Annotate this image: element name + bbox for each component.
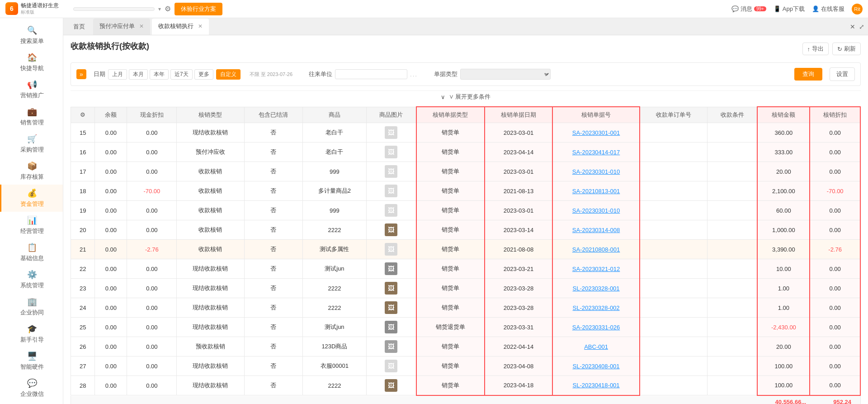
bill-no-link[interactable]: SL-20230408-001 [572, 363, 619, 370]
cell-collection-condition [708, 123, 758, 143]
cell-balance: 0.00 [95, 318, 127, 337]
bill-no-link[interactable]: SA-20210813-001 [572, 188, 620, 195]
sidebar-item-sys-mgmt[interactable]: ⚙️系统管理 [0, 266, 63, 293]
tab-home[interactable]: 首页 [67, 19, 91, 34]
query-button[interactable]: 查询 [794, 68, 822, 81]
cell-bill-no[interactable]: SA-20230301-010 [552, 201, 639, 220]
sidebar-item-enterprise-wx[interactable]: 💬企业微信 [0, 375, 63, 402]
gear-icon[interactable]: ⚙ [165, 5, 171, 13]
sidebar-item-newbie[interactable]: 🎓新手引导 [0, 320, 63, 347]
bill-type-filter-select[interactable] [460, 69, 551, 80]
bill-no-link[interactable]: SL-20230328-001 [572, 285, 619, 292]
app-download-button[interactable]: 📱 App下载 [774, 5, 805, 13]
bill-no-link[interactable]: SA-20230301-001 [572, 129, 620, 136]
expand-conditions-button[interactable]: ∨ ∨ 展开更多条件 [71, 90, 861, 103]
bill-no-link[interactable]: SA-20210808-001 [572, 246, 620, 253]
bill-no-link[interactable]: SA-20230301-010 [572, 168, 620, 175]
bill-no-link[interactable]: SA-20230301-010 [572, 207, 620, 214]
cell-bill-no[interactable]: SL-20230408-001 [552, 356, 639, 376]
cell-goods: 2222 [303, 220, 367, 240]
date-btn-上月[interactable]: 上月 [108, 69, 127, 80]
sidebar-item-purchase-mgmt[interactable]: 🛒采购管理 [0, 130, 63, 157]
tab-close-collection[interactable]: ✕ [198, 23, 203, 29]
sidebar-item-search-menu[interactable]: 🔍搜索菜单 [0, 22, 63, 49]
sidebar-item-sales-mgmt[interactable]: 💼销售管理 [0, 103, 63, 130]
sidebar-item-biz-mgmt[interactable]: 📊经营管理 [0, 212, 63, 239]
cell-bill-no[interactable]: SL-20230328-001 [552, 279, 639, 298]
cell-include-settled: 否 [244, 318, 303, 337]
cell-verify-type: 收款核销 [177, 220, 244, 240]
setting-button[interactable]: 设置 [830, 67, 855, 81]
cell-goods-img: 🖼 [366, 376, 416, 395]
cell-goods: 2222 [303, 279, 367, 298]
tab-close-prepay[interactable]: ✕ [139, 23, 144, 29]
cell-balance: 0.00 [95, 376, 127, 395]
cell-balance: 0.00 [95, 240, 127, 259]
online-service-button[interactable]: 👤 在线客服 [812, 5, 844, 13]
cell-goods: 多计量商品2 [303, 181, 367, 201]
cell-verify-type: 收款核销 [177, 162, 244, 181]
message-button[interactable]: 💬 消息 99+ [731, 5, 766, 13]
sidebar-item-smart-hw[interactable]: 🖥️智能硬件 [0, 347, 63, 375]
product-image: 🖼 [385, 204, 397, 217]
bill-no-link[interactable]: ABC-001 [584, 343, 608, 350]
partner-filter-input[interactable] [335, 69, 407, 79]
cell-bill-no[interactable]: SA-20230314-008 [552, 220, 639, 240]
date-btn-更多[interactable]: 更多 [194, 69, 213, 80]
cell-verify-type: 收款核销 [177, 201, 244, 220]
sidebar-item-inventory[interactable]: 📦库存核算 [0, 157, 63, 185]
cell-bill-type: 销货单 [416, 356, 485, 376]
bill-no-link[interactable]: SA-20230314-008 [572, 227, 620, 233]
sidebar: 🔍搜索菜单🏠快捷导航📢营销推广💼销售管理🛒采购管理📦库存核算💰资金管理📊经营管理… [0, 18, 63, 404]
cell-bill-no[interactable]: SL-20230418-001 [552, 376, 639, 395]
cell-collection-condition [708, 259, 758, 279]
cell-bill-no[interactable]: SA-20230321-012 [552, 259, 639, 279]
cell-verify-amount: 1.00 [757, 279, 810, 298]
sidebar-icon-smart-hw: 🖥️ [27, 351, 37, 361]
tab-collection[interactable]: 收款核销执行✕ [152, 19, 209, 35]
cell-collection-condition [708, 162, 758, 181]
chevron-down-icon[interactable]: ▾ [158, 6, 161, 12]
cell-bill-no[interactable]: SA-20210808-001 [552, 240, 639, 259]
cell-cash-discount: 0.00 [127, 220, 177, 240]
cell-verify-type: 收款核销 [177, 240, 244, 259]
filter-bar: » 日期 上月本月本年近7天更多 自定义 不限 至 2023-07-26 往来单… [71, 62, 861, 86]
cell-include-settled: 否 [244, 240, 303, 259]
sidebar-item-fund-mgmt[interactable]: 💰资金管理 [0, 185, 63, 212]
user-avatar[interactable]: Rit [852, 4, 863, 14]
sidebar-item-enterprise[interactable]: 🏢企业协同 [0, 293, 63, 320]
sidebar-item-quick-nav[interactable]: 🏠快捷导航 [0, 49, 63, 76]
filter-expand-button[interactable]: » [76, 69, 86, 79]
bill-no-link[interactable]: SA-20230331-026 [572, 324, 620, 331]
custom-date-button[interactable]: 自定义 [216, 69, 241, 80]
date-btn-本月[interactable]: 本月 [129, 69, 148, 80]
export-button[interactable]: ↑ 导出 [802, 43, 829, 55]
cell-bill-type: 销货单 [416, 279, 485, 298]
cell-bill-no[interactable]: SA-20230414-017 [552, 143, 639, 162]
cell-include-settled: 否 [244, 143, 303, 162]
cell-bill-no[interactable]: ABC-001 [552, 337, 639, 356]
bill-no-link[interactable]: SL-20230418-001 [572, 382, 619, 389]
cell-bill-no[interactable]: SA-20210813-001 [552, 181, 639, 201]
window-close-icon[interactable]: ✕ [850, 23, 855, 30]
cell-bill-no[interactable]: SL-20230328-002 [552, 298, 639, 318]
bill-no-link[interactable]: SA-20230321-012 [572, 266, 620, 272]
sidebar-item-member[interactable]: V畅会员 [0, 402, 63, 404]
tab-prepay[interactable]: 预付冲应付单✕ [93, 19, 150, 35]
bill-no-link[interactable]: SA-20230414-017 [572, 149, 620, 156]
cell-verify-discount: 0.00 [810, 337, 860, 356]
cell-bill-no[interactable]: SA-20230301-001 [552, 123, 639, 143]
cell-bill-no[interactable]: SA-20230331-026 [552, 318, 639, 337]
cell-bill-no[interactable]: SA-20230301-010 [552, 162, 639, 181]
sidebar-item-marketing[interactable]: 📢营销推广 [0, 76, 63, 103]
date-btn-本年[interactable]: 本年 [150, 69, 169, 80]
product-image: 🖼 [385, 243, 397, 256]
cell-goods-img: 🖼 [366, 143, 416, 162]
date-btn-近7天[interactable]: 近7天 [170, 69, 193, 80]
window-expand-icon[interactable]: ⤢ [859, 23, 864, 30]
sidebar-label-inventory: 库存核算 [20, 173, 44, 181]
refresh-button[interactable]: ↻ 刷新 [832, 43, 861, 55]
solution-button[interactable]: 休验行业方案 [175, 3, 222, 15]
sidebar-item-basic-info[interactable]: 📋基础信息 [0, 239, 63, 266]
bill-no-link[interactable]: SL-20230328-002 [572, 304, 619, 311]
